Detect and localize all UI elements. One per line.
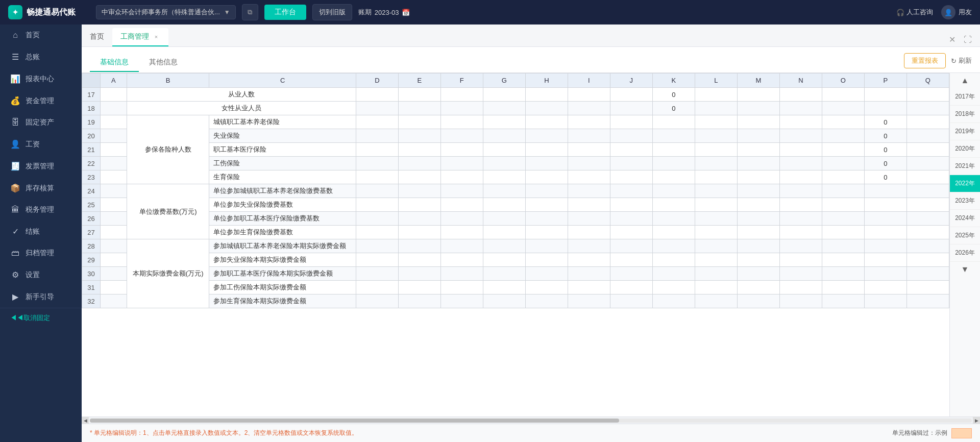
cell-30-a[interactable] — [101, 267, 127, 281]
cell-22-p[interactable]: 0 — [864, 157, 906, 170]
cell-19-h[interactable] — [525, 115, 568, 129]
cell-17-i[interactable] — [568, 88, 610, 102]
year-item-2024[interactable]: 2024年 — [950, 210, 980, 227]
cell-32-c[interactable]: 参加生育保险本期实际缴费金额 — [209, 294, 356, 308]
sub-tab-other[interactable]: 其他信息 — [139, 54, 188, 72]
cell-17-g[interactable] — [483, 88, 525, 102]
cell-28-d[interactable] — [356, 239, 398, 253]
cell-32-a[interactable] — [101, 294, 127, 308]
cell-21-i[interactable] — [568, 143, 610, 157]
cell-32-q[interactable] — [906, 294, 949, 308]
cell-23-i[interactable] — [568, 170, 610, 184]
col-header-j[interactable]: J — [610, 73, 652, 88]
cell-31-p[interactable] — [864, 281, 906, 294]
cell-28-a[interactable] — [101, 239, 127, 253]
cell-17-e[interactable] — [398, 88, 440, 102]
cell-20-p[interactable]: 0 — [864, 129, 906, 143]
cell-32-k[interactable] — [652, 294, 695, 308]
sidebar-item-settings[interactable]: ⚙ 设置 — [0, 264, 82, 286]
tab-commerce[interactable]: 工商管理 × — [112, 28, 168, 46]
cell-18-n[interactable] — [779, 102, 822, 115]
cell-27-o[interactable] — [822, 226, 864, 239]
cell-28-p[interactable] — [864, 239, 906, 253]
cell-29-o[interactable] — [822, 253, 864, 267]
cell-18-q[interactable] — [906, 102, 949, 115]
cell-29-m[interactable] — [737, 253, 779, 267]
col-header-n[interactable]: N — [779, 73, 822, 88]
cell-24-d[interactable] — [356, 184, 398, 198]
cell-28-n[interactable] — [779, 239, 822, 253]
cell-22-d[interactable] — [356, 157, 398, 170]
cell-19-d[interactable] — [356, 115, 398, 129]
tab-home[interactable]: 首页 — [82, 28, 112, 46]
cell-28-g[interactable] — [483, 239, 525, 253]
cell-31-m[interactable] — [737, 281, 779, 294]
cell-24-n[interactable] — [779, 184, 822, 198]
cell-20-j[interactable] — [610, 129, 652, 143]
cell-31-q[interactable] — [906, 281, 949, 294]
cell-29-c[interactable]: 参加失业保险本期实际缴费金额 — [209, 253, 356, 267]
cell-20-l[interactable] — [695, 129, 737, 143]
cell-19-q[interactable] — [906, 115, 949, 129]
cell-31-h[interactable] — [525, 281, 568, 294]
cell-28-q[interactable] — [906, 239, 949, 253]
cell-21-n[interactable] — [779, 143, 822, 157]
cell-23-d[interactable] — [356, 170, 398, 184]
company-selector[interactable]: 中审众环会计师事务所（特殊普通合伙... ▼ — [96, 5, 236, 19]
cell-28-h[interactable] — [525, 239, 568, 253]
cell-23-l[interactable] — [695, 170, 737, 184]
cell-29-l[interactable] — [695, 253, 737, 267]
cell-28-o[interactable] — [822, 239, 864, 253]
cell-23-c[interactable]: 生育保险 — [209, 170, 356, 184]
col-header-l[interactable]: L — [695, 73, 737, 88]
tab-close-button[interactable]: × — [152, 33, 160, 41]
cell-17-o[interactable] — [822, 88, 864, 102]
cell-24-q[interactable] — [906, 184, 949, 198]
cell-21-m[interactable] — [737, 143, 779, 157]
cell-26-q[interactable] — [906, 212, 949, 226]
cell-24-g[interactable] — [483, 184, 525, 198]
cell-20-a[interactable] — [101, 129, 127, 143]
cell-32-i[interactable] — [568, 294, 610, 308]
cell-18-p[interactable] — [864, 102, 906, 115]
cell-29-n[interactable] — [779, 253, 822, 267]
cell-18-d[interactable] — [356, 102, 398, 115]
refresh-button[interactable]: ↻ 刷新 — [951, 56, 972, 65]
cell-25-f[interactable] — [440, 198, 483, 212]
cell-19-f[interactable] — [440, 115, 483, 129]
cell-27-f[interactable] — [440, 226, 483, 239]
cell-17-h[interactable] — [525, 88, 568, 102]
cell-21-f[interactable] — [440, 143, 483, 157]
cell-17-q[interactable] — [906, 88, 949, 102]
cell-32-l[interactable] — [695, 294, 737, 308]
sidebar-item-tax[interactable]: 🏛 税务管理 — [0, 199, 82, 220]
cell-29-p[interactable] — [864, 253, 906, 267]
cell-20-m[interactable] — [737, 129, 779, 143]
cell-22-h[interactable] — [525, 157, 568, 170]
cell-19-j[interactable] — [610, 115, 652, 129]
cell-27-m[interactable] — [737, 226, 779, 239]
cell-20-g[interactable] — [483, 129, 525, 143]
cell-22-q[interactable] — [906, 157, 949, 170]
cell-23-h[interactable] — [525, 170, 568, 184]
cell-24-j[interactable] — [610, 184, 652, 198]
cell-30-f[interactable] — [440, 267, 483, 281]
cell-21-h[interactable] — [525, 143, 568, 157]
cell-23-j[interactable] — [610, 170, 652, 184]
col-header-i[interactable]: I — [568, 73, 610, 88]
cell-28-c[interactable]: 参加城镇职工基本养老保险本期实际缴费金额 — [209, 239, 356, 253]
cell-30-m[interactable] — [737, 267, 779, 281]
cell-25-o[interactable] — [822, 198, 864, 212]
year-item-2026[interactable]: 2026年 — [950, 244, 980, 262]
cell-18-f[interactable] — [440, 102, 483, 115]
cell-19-o[interactable] — [822, 115, 864, 129]
cell-30-e[interactable] — [398, 267, 440, 281]
col-header-d[interactable]: D — [356, 73, 398, 88]
sidebar-item-funds[interactable]: 💰 资金管理 — [0, 90, 82, 112]
cell-27-a[interactable] — [101, 226, 127, 239]
cell-24-e[interactable] — [398, 184, 440, 198]
cell-22-f[interactable] — [440, 157, 483, 170]
cell-30-j[interactable] — [610, 267, 652, 281]
sidebar-item-inventory[interactable]: 📦 库存核算 — [0, 177, 82, 199]
cell-28-l[interactable] — [695, 239, 737, 253]
